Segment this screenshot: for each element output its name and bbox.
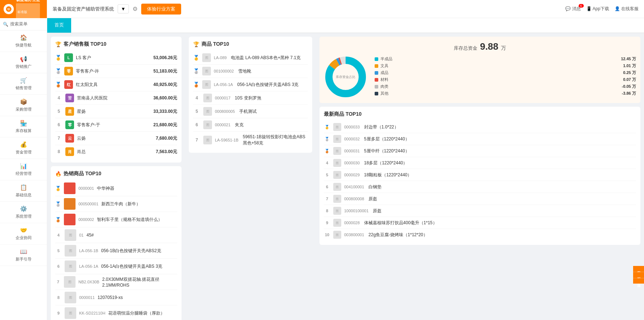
newest-product-name: 5厘多层（1220*2440） [364,136,409,142]
legend-color-dot [375,71,378,75]
customer-avatar: 星 [65,107,74,116]
sidebar-item-purchase[interactable]: 📦 采购管理 [0,95,47,116]
sidebar-item-label-purchase: 采购管理 [16,107,32,112]
topbar-dropdown[interactable]: ▼ [118,4,129,13]
hot-product-image [64,182,76,194]
newest-product-item: 10 图 003800001 22g鱼豆腐-烧烤味（1*12*20） [324,229,636,241]
sidebar-item-system[interactable]: ⚙️ 系统管理 [0,202,47,223]
sidebar-item-quick-nav[interactable]: 🏠 快捷导航 [0,30,47,52]
newest-product-code: 0000033 [344,125,360,129]
product-thumbnail: 图 [203,94,212,102]
inventory-total-section: 库存总资金 9.88 万 [324,41,636,52]
dropdown-arrow-icon: ▼ [121,6,126,12]
newest-product-image: 图 [333,171,341,179]
float-btn-service[interactable]: 客服热线 [633,266,644,272]
online-service-btn[interactable]: 👤 在线客服 [615,6,639,12]
rank-number: 5 [55,109,62,114]
float-btn-live[interactable]: 直播 [633,278,644,284]
newest-product-name: 原盔 [373,208,382,214]
hot-product-item: 9 图 KK-SD22110H 花语萌恒温分腿睡袋（厚款） [55,305,177,320]
newest-product-item: 🥉 图 0000031 5厘中纤（1220*2440） [324,145,636,157]
rank-number: 4 [193,95,200,100]
legend-item: 半成品 12.45 万 [375,56,636,62]
trial-button[interactable]: 体验行业方案 [141,4,181,15]
newest-product-code: 0000028 [344,221,360,225]
sidebar-item-sales[interactable]: 🛒 销售管理 [0,73,47,95]
sidebar-item-basic-info[interactable]: 📋 基础信息 [0,180,47,202]
marketing-icon: 📢 [20,56,27,62]
search-menu-btn[interactable]: 🔍 搜索菜单 [0,18,47,30]
settings-icon[interactable]: ⚙ [133,5,138,12]
sidebar-item-label-finance: 资金管理 [16,149,32,155]
customer-avatar: L [64,53,73,62]
sidebar-nav: 🏠 快捷导航 📢 营销推广 🛒 销售管理 📦 采购管理 🏪 库存核算 💰 资金管… [0,30,47,320]
hot-product-code: NB2.0X30B [78,280,99,284]
hot-product-code: 0000011 [79,295,95,300]
product-ranking-title: 🏆 商品 TOP10 [193,41,308,48]
system-title: 装备及固定资产辅助管理系统 [53,6,114,12]
product-name: 雪地靴 [238,68,308,74]
fire-icon: 🔥 [55,171,61,177]
messages-btn[interactable]: 💬 消息 6 [565,6,580,12]
product-code: 001000002 [214,69,234,73]
rank-number: 4 [55,95,62,100]
float-btn-community[interactable]: 服务社区 [633,272,644,278]
customer-avatar: 云 [65,134,74,143]
hot-rank-number: 4 [55,233,62,237]
app-download-btn[interactable]: 📱 App下载 [586,6,609,12]
quick-nav-icon: 🏠 [20,34,27,41]
sidebar-item-inventory[interactable]: 🏪 库存核算 [0,116,47,138]
hot-rank-number: 8 [55,295,62,300]
enterprise-icon: 🤝 [20,227,27,234]
hot-product-name: 12070519-xs [98,295,123,300]
customer-rank-item: 🥇 L LS 客户 53,006.26元 [55,51,177,65]
inventory-total-unit: 万 [501,45,506,51]
product-thumbnail: 图 [203,120,212,129]
newest-rank-number: 8 [324,209,330,213]
newest-product-image: 图 [333,231,341,239]
hot-product-image: 图 [65,229,76,241]
hot-product-name: 中华神器 [97,185,114,192]
svg-text:畅: 畅 [7,8,10,11]
page-main: 🏆 客户销售额 TOP10 🥇 L LS 客户 53,006.26元 🥈 零 零… [47,33,644,320]
sidebar-item-label-inventory: 库存核算 [16,128,32,134]
newest-product-code: 0000029 [344,173,360,177]
hot-product-code: 0000001 [78,186,94,190]
product-rank-item: 🥉 图 LA-056-1A 056-1A白色按键开关盖ABS 3克 [193,78,308,91]
rank-number: 5 [193,109,200,114]
donut-section: 库存资金占比 半成品 12.45 万 文具 1.01 万 成品 0.25 万 材… [324,55,636,99]
product-ranking-card: 🏆 商品 TOP10 🥇 图 LA-089 电池盖 LA-089 ABS本色+黑… [189,37,312,153]
newest-product-item: 5 图 0000029 18颗粒板（1220*2440） [324,169,636,181]
newest-products-list: 🥇 图 0000033 封边带（1.0*22） 🥈 图 0000032 5厘多层… [324,121,636,241]
newest-product-code: 10000100001 [344,209,368,213]
gold-medal-icon: 🥇 [55,55,61,61]
inventory-total-label: 库存总资金 [454,45,477,51]
float-buttons: 客服热线 服务社区 直播 [633,266,644,284]
inventory-card: 库存总资金 9.88 万 [319,37,640,103]
legend-color-dot [375,64,378,68]
newest-product-item: 🥇 图 0000033 封边带（1.0*22） [324,121,636,133]
product-code: LA-59651-1B [215,138,239,142]
sidebar-item-newbie[interactable]: 📖 新手引导 [0,245,47,266]
legend-item: 其他 -3.86 万 [375,91,636,96]
sidebar-item-finance[interactable]: 💰 资金管理 [0,138,47,159]
tab-home[interactable]: 首页 [47,18,71,33]
newest-product-item: 4 图 0000030 18多层（1220*2440） [324,157,636,169]
hot-product-image: 图 [64,276,76,288]
hot-product-name: 2.0X30MM双搓花轴.搓花直径2.1MM/ROHS [102,276,178,288]
legend-category-name: 成品 [380,70,621,75]
customer-rank-item: 6 零 零售客户-于 21,680.00元 [55,118,177,132]
sidebar-item-enterprise[interactable]: 🤝 企业协同 [0,223,47,245]
product-rank-item: 5 图 000800005 手机测试 [193,105,308,118]
product-rank-item: 6 图 0000021 夹克 [193,118,308,132]
sidebar-item-operations[interactable]: 📊 经营管理 [0,159,47,180]
rank-number: 8 [55,149,62,154]
inventory-legend: 半成品 12.45 万 文具 1.01 万 成品 0.25 万 材料 0.07 … [375,56,636,98]
product-rank-item: 4 图 0000017 10S 变刹罗煞 [193,91,308,105]
legend-category-value: 1.01 万 [623,63,636,69]
customer-value: 21,680.00元 [154,122,177,128]
mobile-icon: 📱 [586,6,592,11]
legend-color-dot [375,78,378,82]
hot-products-list: 🥇 0000001 中华神器 🥈 000500001 新西兰牛肉（新牛） 🥉 0… [55,181,177,320]
sidebar-item-marketing[interactable]: 📢 营销推广 [0,52,47,73]
